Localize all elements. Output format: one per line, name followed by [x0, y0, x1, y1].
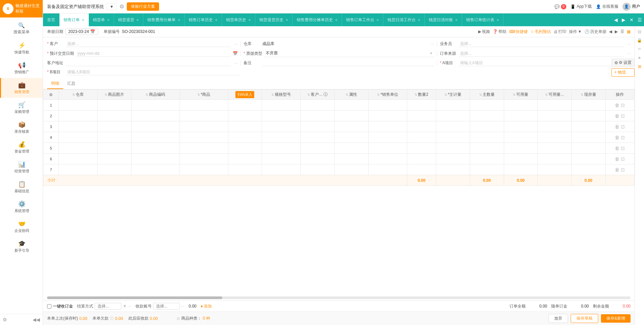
row-spec[interactable] — [262, 111, 301, 121]
tab-sales-order[interactable]: 销售订单 ✕ — [60, 13, 89, 26]
row-copy-button[interactable]: ⊡ — [621, 135, 625, 140]
operations-button[interactable]: 操作 ▼ — [569, 29, 582, 35]
row-delete-button[interactable]: 🗑 — [615, 135, 619, 140]
row-attribute[interactable] — [335, 154, 369, 164]
row-main-quantity[interactable] — [470, 111, 504, 121]
row-attribute[interactable] — [335, 100, 369, 111]
preview-button[interactable]: ▶ 视频 — [478, 29, 490, 35]
row-main-unit[interactable] — [436, 132, 470, 143]
row-quantity2[interactable] — [407, 143, 436, 154]
tabs-menu-button[interactable]: ☰ — [636, 16, 644, 24]
row-customer-code[interactable] — [301, 111, 335, 121]
remarks-input[interactable] — [262, 60, 434, 66]
row-copy-button[interactable]: ⊡ — [621, 103, 625, 108]
row-attribute[interactable] — [335, 143, 369, 154]
row-main-unit[interactable] — [436, 111, 470, 121]
row-main-unit[interactable] — [436, 154, 470, 164]
right-sidebar-lock-button[interactable]: 🔒 — [636, 36, 644, 44]
row-customer-code[interactable] — [301, 154, 335, 164]
one-click-checkbox-input[interactable] — [47, 304, 51, 309]
right-sidebar-chart-button[interactable]: ▤ — [636, 28, 644, 36]
sidebar-item-finance[interactable]: 💰 资金管理 — [0, 137, 43, 157]
row-product-code[interactable] — [131, 100, 180, 111]
topbar-settings-button[interactable]: ⚙ — [119, 3, 124, 10]
tab-expense-history[interactable]: 销售费用分摊单历史 ✕ — [293, 13, 342, 26]
nav-prev-button[interactable]: ◀ — [609, 29, 612, 34]
settings-config-button[interactable]: ⚙ ⚙ 设置 — [611, 58, 635, 67]
row-attribute[interactable] — [335, 132, 369, 143]
row-spec[interactable] — [262, 132, 301, 143]
row-sales-unit[interactable] — [368, 132, 407, 143]
row-spec[interactable] — [262, 100, 301, 111]
row-sales-unit[interactable] — [368, 111, 407, 121]
salesperson-input[interactable] — [459, 41, 624, 47]
delivery-date-input[interactable] — [76, 50, 231, 57]
row-quantity2[interactable] — [407, 154, 436, 164]
online-service-item[interactable]: 👤 在线客服 — [596, 4, 618, 9]
search-menu-button[interactable]: 🔍 搜索菜单 — [3, 20, 40, 37]
order-source-more-icon[interactable]: ··· — [627, 51, 631, 56]
customer-address-input[interactable] — [66, 60, 231, 66]
date-input[interactable]: 2023-03-24 📅 — [65, 28, 98, 35]
row-product-code[interactable] — [131, 111, 180, 121]
right-sidebar-qr-button[interactable]: ⊞ — [636, 63, 644, 71]
salesperson-more-icon[interactable]: ··· — [627, 42, 631, 46]
row-spec[interactable] — [262, 121, 301, 132]
row-product[interactable] — [180, 164, 228, 175]
tab-close-order-history[interactable]: ✕ — [215, 18, 218, 22]
view-list-button[interactable]: ▦ — [627, 29, 631, 34]
row-scan[interactable] — [228, 100, 262, 111]
b-project-input[interactable] — [66, 69, 240, 75]
sidebar-item-marketing[interactable]: 📢 营销推广 — [0, 58, 43, 78]
one-click-checkout-checkbox[interactable]: 一键收订金 — [47, 303, 73, 309]
row-warehouse[interactable] — [59, 111, 98, 121]
shortcut-button[interactable]: ⌨ 快捷键 — [509, 29, 528, 35]
tab-home[interactable]: 首页 — [43, 13, 60, 26]
print-button[interactable]: 🖨 打印 — [554, 29, 566, 35]
industry-solution-button[interactable]: 体验行业方案 — [127, 2, 159, 11]
row-customer-code[interactable] — [301, 143, 335, 154]
row-product-code[interactable] — [131, 121, 180, 132]
row-delete-button[interactable]: 🗑 — [615, 156, 619, 162]
row-warehouse[interactable] — [59, 132, 98, 143]
row-main-unit[interactable] — [436, 100, 470, 111]
row-sales-unit[interactable] — [368, 154, 407, 164]
customer-address-more-icon[interactable]: ··· — [234, 61, 238, 66]
row-customer-code[interactable] — [301, 100, 335, 111]
order-source-input[interactable] — [459, 50, 624, 57]
app-download-item[interactable]: 📱 App下载 — [570, 4, 592, 9]
nav-next-button[interactable]: ▶ — [615, 29, 618, 34]
row-quantity2[interactable] — [407, 164, 436, 175]
account-more-icon[interactable]: ··· — [181, 304, 185, 309]
row-main-unit[interactable] — [436, 143, 470, 154]
row-main-unit[interactable] — [436, 164, 470, 175]
row-quantity2[interactable] — [407, 132, 436, 143]
gear-th-icon[interactable]: ⚙ — [45, 92, 56, 97]
row-product[interactable] — [180, 132, 228, 143]
tab-close-return-history[interactable]: ✕ — [286, 18, 288, 22]
tabs-next-button[interactable]: ▶ — [620, 16, 628, 24]
row-delete-button[interactable]: 🗑 — [615, 146, 619, 151]
row-main-unit[interactable] — [436, 121, 470, 132]
tab-close-sales-order[interactable]: ✕ — [82, 18, 84, 22]
row-copy-button[interactable]: ⊡ — [621, 146, 625, 151]
tab-return-history[interactable]: 销货退货历史 ✕ — [255, 13, 293, 26]
table-scrollbar[interactable] — [43, 295, 635, 300]
sidebar-item-newbie[interactable]: 🎓 新手引导 — [0, 237, 43, 256]
sidebar-item-ops[interactable]: 📊 经营管理 — [0, 157, 43, 177]
discard-button[interactable]: 放弃 — [548, 314, 568, 323]
sidebar-settings-button[interactable]: ⚙ — [3, 317, 7, 322]
tabs-close-all-button[interactable]: ✕ — [628, 16, 636, 24]
tab-order-history[interactable]: 销售订单历史 ✕ — [185, 13, 222, 26]
row-copy-button[interactable]: ⊡ — [621, 156, 625, 162]
row-copy-button[interactable]: ⊡ — [621, 124, 625, 129]
sidebar-collapse-button[interactable]: ◀◀ — [33, 317, 40, 322]
help-button[interactable]: ❓ 帮助 — [493, 29, 506, 35]
warehouse-more-icon[interactable]: ··· — [431, 42, 434, 46]
row-delete-button[interactable]: 🗑 — [615, 124, 619, 129]
sidebar-item-inventory[interactable]: 📦 库存核算 — [0, 118, 43, 137]
right-sidebar-star-button[interactable]: ★ — [636, 54, 644, 62]
row-main-quantity[interactable] — [470, 132, 504, 143]
row-main-quantity[interactable] — [470, 164, 504, 175]
row-scan[interactable] — [228, 154, 262, 164]
